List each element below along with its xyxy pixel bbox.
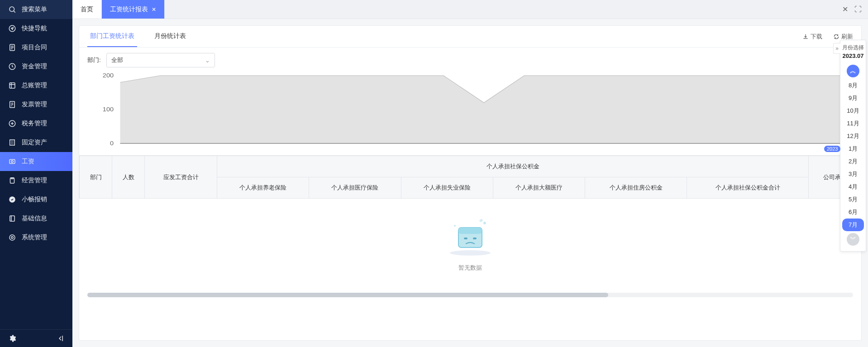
wallet-icon (8, 62, 16, 71)
content: 部门工资统计表 月份统计表 下载 (72, 19, 868, 347)
svg-point-0 (10, 7, 14, 12)
svg-point-25 (454, 225, 456, 227)
col-group-personal: 个人承担社保公积金 (217, 156, 809, 177)
table-scroll[interactable]: 部门 人数 应发工资合计 个人承担社保公积金 公司承担 个人承担养老保险 个人承… (79, 155, 861, 199)
subtab-row: 部门工资统计表 月份统计表 下载 (79, 26, 861, 48)
svg-point-19 (450, 250, 491, 256)
month-option[interactable]: 9月 (842, 92, 864, 105)
tab-close-icon[interactable]: ✕ (152, 6, 156, 13)
subtab-month-stats[interactable]: 月份统计表 (152, 26, 189, 47)
area-chart: 0100200 (87, 71, 853, 152)
sidebar-item-label: 经营管理 (22, 176, 47, 185)
year-badge: 2023 (824, 146, 840, 152)
svg-point-1 (9, 25, 15, 32)
sidebar-item-tax[interactable]: 税务管理 (0, 114, 72, 133)
svg-text:200: 200 (103, 72, 114, 79)
collapse-sidebar-icon[interactable] (56, 334, 64, 342)
tabbar-actions: ✕ ⛶ (836, 0, 868, 19)
month-option[interactable]: 4月 (842, 181, 864, 193)
month-option[interactable]: 5月 (842, 193, 864, 206)
sidebar-item-assets[interactable]: 固定资产 (0, 133, 72, 152)
fullscreen-icon[interactable]: ⛶ (854, 5, 862, 14)
col-housing: 个人承担住房公积金 (585, 177, 687, 199)
col-pension: 个人承担养老保险 (217, 177, 309, 199)
contract-icon (8, 43, 16, 52)
svg-point-14 (11, 237, 14, 239)
main-area: 首页 工资统计报表 ✕ ✕ ⛶ 部门工资统计表 月份统 (72, 0, 868, 347)
month-option[interactable]: 1月2023 (842, 143, 864, 155)
subtab-label: 部门工资统计表 (90, 32, 134, 40)
month-option[interactable]: 2月 (842, 155, 864, 168)
scrollbar-thumb[interactable] (87, 293, 608, 297)
refresh-button[interactable]: 刷新 (833, 33, 853, 41)
svg-rect-21 (458, 228, 482, 234)
dept-filter-select[interactable]: 全部 ⌄ (106, 53, 215, 67)
sidebar-item-ops[interactable]: 经营管理 (0, 171, 72, 190)
subtab-label: 月份统计表 (154, 32, 186, 40)
month-panel-prev-icon[interactable]: ︽ (847, 65, 859, 77)
tabbar-spacer (165, 0, 836, 19)
tax-icon (8, 119, 16, 128)
sidebar-item-funds[interactable]: 资金管理 (0, 57, 72, 76)
sidebar-item-expense[interactable]: 小畅报销 (0, 190, 72, 209)
table-container: 部门 人数 应发工资合计 个人承担社保公积金 公司承担 个人承担养老保险 个人承… (79, 155, 861, 290)
month-panel-selected-date: 2023.07 (843, 52, 864, 59)
chart-container: 0100200 (79, 71, 861, 155)
card: 部门工资统计表 月份统计表 下载 (79, 25, 862, 341)
clipboard-icon (8, 176, 16, 185)
download-button[interactable]: 下载 (802, 33, 822, 41)
month-option[interactable]: 8月 (842, 79, 864, 92)
sidebar-item-label: 搜索菜单 (22, 5, 47, 14)
month-panel-next-icon[interactable]: ︾ (847, 233, 859, 246)
month-option[interactable]: 6月 (842, 206, 864, 219)
col-total: 应发工资合计 (145, 156, 217, 199)
sidebar-item-quicknav[interactable]: 快捷导航 (0, 19, 72, 38)
month-panel-toggle-icon[interactable]: » (833, 43, 840, 54)
svg-rect-4 (10, 83, 15, 88)
sub-actions: 下载 刷新 (802, 33, 853, 41)
subtab-dept-salary[interactable]: 部门工资统计表 (87, 26, 137, 47)
col-largemed: 个人承担大额医疗 (493, 177, 585, 199)
sidebar-footer (0, 329, 72, 347)
sidebar-item-search[interactable]: 搜索菜单 (0, 0, 72, 19)
horizontal-scrollbar[interactable] (87, 293, 853, 297)
app-root: 搜索菜单快捷导航项目合同资金管理总账管理发票管理税务管理固定资产工资经营管理小畅… (0, 0, 868, 347)
sidebar-item-system[interactable]: 系统管理 (0, 228, 72, 247)
col-medical: 个人承担医疗保险 (309, 177, 401, 199)
sidebar-spacer (0, 247, 72, 329)
sidebar-item-ledger[interactable]: 总账管理 (0, 76, 72, 95)
salary-table: 部门 人数 应发工资合计 个人承担社保公积金 公司承担 个人承担养老保险 个人承… (79, 156, 861, 199)
sidebar-item-salary[interactable]: 工资 (0, 152, 72, 171)
tab-home[interactable]: 首页 (72, 0, 102, 19)
sidebar-item-label: 资金管理 (22, 62, 47, 71)
tab-salary-report[interactable]: 工资统计报表 ✕ (102, 0, 165, 19)
sidebar-item-contract[interactable]: 项目合同 (0, 38, 72, 57)
svg-rect-7 (10, 140, 15, 145)
month-selector-panel: » 月份选择 2023.07 ︽ 8月9月10月11月12月1月20232月3月… (840, 40, 866, 252)
svg-rect-22 (464, 238, 467, 239)
sidebar-item-baseinfo[interactable]: 基础信息 (0, 209, 72, 228)
dept-filter-value: 全部 (111, 56, 123, 64)
month-option[interactable]: 7月 (842, 219, 864, 231)
sidebar-item-label: 工资 (22, 157, 34, 166)
sidebar-item-invoice[interactable]: 发票管理 (0, 95, 72, 114)
col-subtotal: 个人承担社保公积金合计 (687, 177, 809, 199)
settings-icon[interactable] (8, 334, 16, 342)
month-option[interactable]: 10月 (842, 105, 864, 117)
dept-filter-label: 部门: (87, 56, 101, 64)
gear-ring-icon (8, 233, 16, 242)
month-panel-title: 月份选择 (842, 44, 864, 52)
close-all-tabs-icon[interactable]: ✕ (842, 5, 848, 14)
svg-point-9 (11, 161, 14, 163)
svg-text:100: 100 (103, 106, 114, 113)
chevron-down-icon: ⌄ (205, 57, 210, 64)
month-option[interactable]: 12月 (842, 130, 864, 143)
month-option[interactable]: 11月 (842, 117, 864, 130)
tab-bar: 首页 工资统计报表 ✕ ✕ ⛶ (72, 0, 868, 19)
col-unemploy: 个人承担失业保险 (401, 177, 493, 199)
sidebar-item-label: 快捷导航 (22, 24, 47, 33)
svg-rect-8 (10, 160, 15, 164)
search-icon (8, 5, 16, 14)
month-option[interactable]: 3月 (842, 168, 864, 181)
empty-illustration-icon (443, 212, 497, 257)
